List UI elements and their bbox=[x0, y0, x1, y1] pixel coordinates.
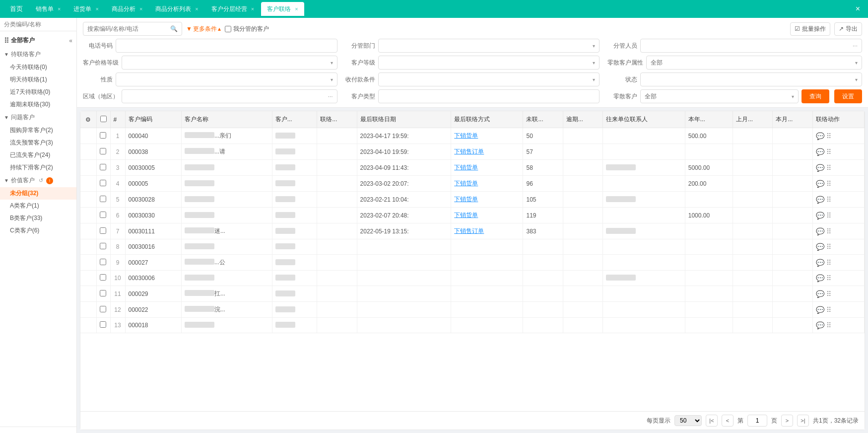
chat-action-icon[interactable]: 💬 bbox=[816, 148, 824, 156]
row-checkbox[interactable] bbox=[100, 274, 106, 281]
partner-contact-column-header[interactable]: 往来单位联系人 bbox=[603, 111, 685, 128]
close-all-tabs-button[interactable]: × bbox=[852, 4, 864, 13]
customer-name-column-header[interactable]: 客户名称 bbox=[181, 111, 272, 128]
sidebar-item-7days-pending[interactable]: 近7天待联络(0) bbox=[0, 86, 76, 98]
sidebar-search-input[interactable] bbox=[4, 21, 77, 28]
staff-dots[interactable]: ··· bbox=[853, 42, 858, 49]
grid-action-icon[interactable]: ⠿ bbox=[826, 148, 831, 156]
customer-type-column-header[interactable]: 客户... bbox=[272, 111, 317, 128]
last-method-link[interactable]: 下销货单 bbox=[454, 212, 478, 218]
row-checkbox-cell[interactable] bbox=[96, 208, 110, 223]
nav-tab-customer-segment[interactable]: 客户分层经营 × bbox=[205, 2, 260, 16]
search-icon[interactable]: 🔍 bbox=[170, 25, 178, 32]
last-contact-method-column-header[interactable]: 最后联络方式 bbox=[451, 111, 523, 128]
chat-action-icon[interactable]: 💬 bbox=[816, 164, 824, 172]
row-checkbox-cell[interactable] bbox=[96, 128, 110, 144]
row-checkbox[interactable] bbox=[100, 212, 106, 218]
query-button[interactable]: 查询 bbox=[801, 89, 829, 103]
sidebar-item-churn-warning[interactable]: 流失预警客户(3) bbox=[0, 137, 76, 149]
last-month-column-header[interactable]: 上月... bbox=[733, 111, 773, 128]
row-checkbox[interactable] bbox=[100, 243, 106, 249]
grid-action-icon[interactable]: ⠿ bbox=[826, 243, 831, 251]
close-tab-icon[interactable]: × bbox=[251, 6, 254, 12]
grid-action-icon[interactable]: ⠿ bbox=[826, 180, 831, 188]
close-tab-icon[interactable]: × bbox=[95, 6, 98, 12]
customer-code-column-header[interactable]: 客户编码 bbox=[125, 111, 181, 128]
grid-action-icon[interactable]: ⠿ bbox=[826, 306, 831, 314]
price-group-select[interactable]: ▾ bbox=[122, 56, 337, 70]
grid-action-icon[interactable]: ⠿ bbox=[826, 274, 831, 282]
row-checkbox-cell[interactable] bbox=[96, 302, 110, 318]
row-checkbox[interactable] bbox=[100, 321, 106, 328]
first-page-button[interactable]: |< bbox=[706, 415, 718, 427]
sidebar-section-problem[interactable]: ▼ 问题客户 bbox=[0, 111, 76, 124]
sidebar-section-pending[interactable]: ▼ 待联络客户 bbox=[0, 48, 76, 61]
more-conditions-button[interactable]: ▼ 更多条件 ▴ bbox=[186, 25, 221, 33]
sidebar-item-today-pending[interactable]: 今天待联络(0) bbox=[0, 61, 76, 73]
row-checkbox[interactable] bbox=[100, 148, 106, 154]
row-checkbox-cell[interactable] bbox=[96, 318, 110, 333]
row-checkbox-cell[interactable] bbox=[96, 176, 110, 192]
chat-action-icon[interactable]: 💬 bbox=[816, 243, 824, 251]
chat-action-icon[interactable]: 💬 bbox=[816, 259, 824, 267]
last-method-link[interactable]: 下销售订单 bbox=[454, 148, 484, 155]
my-customers-check[interactable] bbox=[225, 26, 231, 32]
prev-page-button[interactable]: < bbox=[722, 415, 734, 427]
last-page-button[interactable]: >| bbox=[797, 415, 809, 427]
sidebar-item-ungrouped[interactable]: 未分组(32) bbox=[0, 187, 76, 200]
chat-action-icon[interactable]: 💬 bbox=[816, 290, 824, 298]
nav-tab-product-analysis[interactable]: 商品分析 × bbox=[106, 2, 148, 16]
row-checkbox[interactable] bbox=[100, 180, 106, 186]
row-checkbox[interactable] bbox=[100, 290, 106, 296]
sidebar-item-tomorrow-pending[interactable]: 明天待联络(1) bbox=[0, 73, 76, 86]
page-number-input[interactable] bbox=[747, 415, 767, 427]
chat-action-icon[interactable]: 💬 bbox=[816, 212, 824, 219]
grid-action-icon[interactable]: ⠿ bbox=[826, 132, 831, 140]
sidebar-collapse-button[interactable]: « bbox=[69, 37, 72, 44]
close-tab-icon[interactable]: × bbox=[58, 6, 61, 12]
sidebar-item-class-c[interactable]: C类客户(6) bbox=[0, 224, 76, 237]
chat-action-icon[interactable]: 💬 bbox=[816, 196, 824, 204]
nav-tab-product-analysis-list[interactable]: 商品分析列表 × bbox=[149, 2, 204, 16]
grid-action-icon[interactable]: ⠿ bbox=[826, 321, 831, 329]
this-month-column-header[interactable]: 本月... bbox=[773, 111, 812, 128]
last-contact-date-column-header[interactable]: 最后联络日期 bbox=[357, 111, 451, 128]
row-checkbox-cell[interactable] bbox=[96, 144, 110, 160]
nav-home[interactable]: 首页 bbox=[4, 4, 29, 13]
sidebar-item-class-b[interactable]: B类客户(33) bbox=[0, 212, 76, 224]
dept-select[interactable]: ▾ bbox=[378, 39, 600, 53]
batch-operation-button[interactable]: ☑ 批量操作 bbox=[790, 22, 830, 36]
sidebar-item-overdue-pending[interactable]: 逾期未联络(30) bbox=[0, 98, 76, 111]
row-checkbox[interactable] bbox=[100, 196, 106, 202]
checkbox-column-header[interactable] bbox=[96, 111, 110, 128]
retail-customer-select[interactable]: 全部 ▾ bbox=[640, 89, 799, 103]
nav-tab-customer-contact[interactable]: 客户联络 × bbox=[261, 2, 304, 16]
close-tab-icon[interactable]: × bbox=[139, 6, 142, 12]
phone-input[interactable] bbox=[116, 39, 337, 53]
sidebar-item-declining[interactable]: 持续下滑客户(2) bbox=[0, 161, 76, 174]
grid-action-icon[interactable]: ⠿ bbox=[826, 212, 831, 219]
row-checkbox[interactable] bbox=[100, 259, 106, 265]
row-checkbox-cell[interactable] bbox=[96, 286, 110, 302]
region-select[interactable]: ··· bbox=[122, 89, 337, 103]
row-checkbox-cell[interactable] bbox=[96, 192, 110, 208]
nav-tab-sales-order[interactable]: 销售单 × bbox=[30, 2, 67, 16]
sidebar-all-customers[interactable]: ⠿ 全部客户 « bbox=[0, 33, 76, 48]
row-checkbox-cell[interactable] bbox=[96, 160, 110, 176]
export-button[interactable]: ↗ 导出 bbox=[834, 22, 862, 36]
chat-action-icon[interactable]: 💬 bbox=[816, 306, 824, 314]
overdue-column-header[interactable]: 逾期... bbox=[563, 111, 602, 128]
close-tab-active-icon[interactable]: × bbox=[295, 6, 298, 12]
chat-action-icon[interactable]: 💬 bbox=[816, 274, 824, 282]
my-customers-checkbox[interactable]: 我分管的客户 bbox=[225, 25, 269, 33]
last-method-link[interactable]: 下销货单 bbox=[454, 164, 478, 171]
reset-button[interactable]: 设置 bbox=[834, 89, 862, 103]
next-page-button[interactable]: > bbox=[781, 415, 793, 427]
grid-action-icon[interactable]: ⠿ bbox=[826, 259, 831, 267]
last-method-link[interactable]: 下销货单 bbox=[454, 180, 478, 187]
last-method-link[interactable]: 下销货单 bbox=[454, 196, 478, 203]
last-method-link[interactable]: 下销售订单 bbox=[454, 227, 484, 234]
level-select[interactable]: ▾ bbox=[378, 56, 600, 70]
per-page-select[interactable]: 50 100 200 bbox=[674, 415, 702, 426]
chat-action-icon[interactable]: 💬 bbox=[816, 180, 824, 188]
